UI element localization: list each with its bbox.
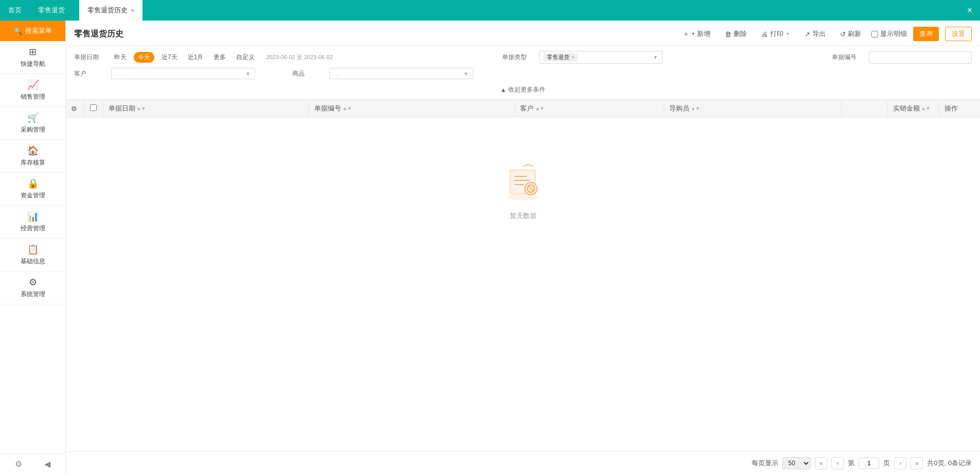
th-actual-amount[interactable]: 实销金额 ▲▼: [887, 100, 939, 118]
filter-row-1: 单据日期 昨天 今天 近7天 近1月 更多 自定义 2023-06-02 至 2…: [74, 51, 972, 64]
first-page-button[interactable]: «: [815, 457, 827, 469]
settings-button[interactable]: 设置: [945, 27, 972, 41]
th-guide[interactable]: 导购员 ▲▼: [664, 100, 841, 118]
doc-type-tag-remove[interactable]: ×: [572, 54, 575, 60]
window-close-button[interactable]: ×: [959, 0, 980, 21]
sidebar: 🔍 搜索菜单 ⊞ 快捷导航 📈 销售管理 🛒 采购管理 🏠 库存核算 🔒 资金管…: [0, 21, 66, 474]
tab-home[interactable]: 首页: [0, 0, 30, 21]
sidebar-item-inventory[interactable]: 🏠 库存核算: [0, 140, 65, 173]
tab-retail-return-history-close[interactable]: ×: [131, 7, 134, 13]
date-opt-yesterday[interactable]: 昨天: [111, 52, 130, 63]
tab-retail-return-history-label: 零售退货历史: [87, 6, 128, 15]
th-checkbox[interactable]: [84, 100, 103, 118]
settings-icon[interactable]: ⚙: [15, 459, 22, 469]
print-icon: 🖨: [761, 30, 768, 38]
print-dropdown-icon: ▼: [786, 31, 790, 37]
filter-collapse-btn[interactable]: ▲ 收起更多条件: [74, 83, 972, 94]
sidebar-item-label: 库存核算: [21, 158, 45, 167]
toolbar: ＋ + 新增 🗑 删除 🖨 打印 ▼ ↗ 导出 ↺: [679, 27, 972, 41]
th-doc-date[interactable]: 单据日期 ▲▼: [103, 100, 309, 118]
delete-label: 删除: [734, 29, 747, 39]
sort-icon-doc-date: ▲▼: [137, 106, 146, 111]
sort-icon-guide: ▲▼: [691, 106, 700, 111]
tab-retail-return[interactable]: 零售退货 ×: [30, 0, 79, 21]
sort-icon-customer: ▲▼: [535, 106, 544, 111]
th-doc-date-sort[interactable]: 单据日期 ▲▼: [109, 104, 304, 113]
show-detail-input[interactable]: [871, 31, 878, 38]
collapse-sidebar-icon[interactable]: ◀: [44, 459, 50, 469]
sidebar-item-purchase-mgmt[interactable]: 🛒 采购管理: [0, 107, 65, 140]
delete-button[interactable]: 🗑 删除: [721, 27, 751, 41]
page-input[interactable]: [859, 458, 879, 469]
th-doc-no-label: 单据编号: [314, 104, 341, 113]
data-table: ⚙ 单据日期 ▲▼: [66, 100, 980, 118]
last-page-button[interactable]: »: [911, 457, 923, 469]
sidebar-item-basic-info[interactable]: 📋 基础信息: [0, 239, 65, 271]
sidebar-item-label: 采购管理: [21, 125, 45, 134]
doc-type-tag-text: 零售退货: [547, 53, 569, 61]
select-all-checkbox[interactable]: [90, 104, 97, 111]
sidebar-item-label: 基础信息: [21, 257, 45, 266]
next-page-button[interactable]: ›: [894, 457, 906, 469]
quick-nav-icon: ⊞: [29, 46, 37, 58]
sidebar-search[interactable]: 🔍 搜索菜单: [0, 21, 65, 41]
doc-no-input[interactable]: [869, 51, 972, 64]
inventory-icon: 🏠: [27, 145, 39, 156]
new-button[interactable]: ＋ + 新增: [679, 27, 715, 41]
operations-icon: 📊: [27, 211, 39, 222]
query-button[interactable]: 查询: [913, 27, 939, 41]
th-guide-sort[interactable]: 导购员 ▲▼: [669, 104, 836, 113]
customer-dropdown-arrow: ▼: [245, 71, 251, 77]
page-label: 第: [848, 459, 854, 468]
th-customer-sort[interactable]: 客户 ▲▼: [520, 104, 658, 113]
sort-icon-doc-no: ▲▼: [343, 106, 352, 111]
finance-icon: 🔒: [27, 178, 39, 189]
no-data-area: 暂无数据: [66, 118, 980, 262]
th-gear[interactable]: ⚙: [66, 100, 84, 118]
tab-retail-return-history[interactable]: 零售退货历史 ×: [79, 0, 142, 21]
date-opt-more[interactable]: 更多: [210, 52, 229, 63]
refresh-button[interactable]: ↺ 刷新: [836, 27, 865, 41]
main-layout: 🔍 搜索菜单 ⊞ 快捷导航 📈 销售管理 🛒 采购管理 🏠 库存核算 🔒 资金管…: [0, 21, 980, 474]
print-button[interactable]: 🖨 打印 ▼: [757, 27, 794, 41]
th-doc-no[interactable]: 单据编号 ▲▼: [309, 100, 514, 118]
date-opt-today[interactable]: 今天: [134, 52, 154, 63]
tab-retail-return-close[interactable]: ×: [68, 7, 71, 13]
per-page-select[interactable]: 50 10 20 100: [782, 457, 811, 469]
new-label: + 新增: [691, 29, 710, 39]
goods-select[interactable]: ... ▼: [329, 68, 473, 79]
th-guide-label: 导购员: [669, 104, 689, 113]
date-opt-custom[interactable]: 自定义: [233, 52, 258, 63]
basic-info-icon: 📋: [27, 244, 39, 255]
show-detail-label: 显示明细: [880, 29, 907, 39]
tab-home-label: 首页: [8, 6, 22, 15]
doc-type-select[interactable]: 零售退货 × ▼: [539, 51, 663, 64]
new-icon: ＋: [683, 29, 689, 39]
sidebar-item-system-mgmt[interactable]: ⚙ 系统管理: [0, 271, 65, 304]
sidebar-item-finance[interactable]: 🔒 资金管理: [0, 173, 65, 206]
sort-icon-actual-amount: ▲▼: [921, 106, 931, 111]
th-customer[interactable]: 客户 ▲▼: [515, 100, 664, 118]
sidebar-item-sales-mgmt[interactable]: 📈 销售管理: [0, 74, 65, 107]
export-button[interactable]: ↗ 导出: [800, 27, 830, 41]
page-title: 零售退货历史: [74, 29, 123, 40]
th-actual-amount-sort[interactable]: 实销金额 ▲▼: [893, 104, 934, 113]
gear-icon[interactable]: ⚙: [71, 105, 77, 113]
customer-select[interactable]: ... ▼: [111, 68, 255, 79]
doc-type-tag: 零售退货 ×: [544, 53, 578, 62]
refresh-label: 刷新: [848, 29, 861, 39]
page-header: 零售退货历史 ＋ + 新增 🗑 删除 🖨 打印 ▼ ↗ 导出: [66, 21, 980, 46]
customer-label: 客户: [74, 69, 103, 78]
date-opt-1month[interactable]: 近1月: [185, 52, 207, 63]
date-opt-7days[interactable]: 近7天: [158, 52, 181, 63]
sidebar-item-quick-nav[interactable]: ⊞ 快捷导航: [0, 41, 65, 74]
doc-type-dropdown-arrow: ▼: [653, 54, 658, 60]
svg-point-0: [508, 194, 539, 200]
th-doc-no-sort[interactable]: 单据编号 ▲▼: [314, 104, 509, 113]
sidebar-item-operations[interactable]: 📊 经营管理: [0, 206, 65, 239]
show-detail-checkbox[interactable]: 显示明细: [871, 29, 907, 39]
collapse-up-icon: ▲: [501, 86, 507, 94]
prev-page-button[interactable]: ‹: [831, 457, 844, 469]
sidebar-item-label: 系统管理: [21, 290, 45, 299]
th-action: 操作: [939, 100, 980, 118]
